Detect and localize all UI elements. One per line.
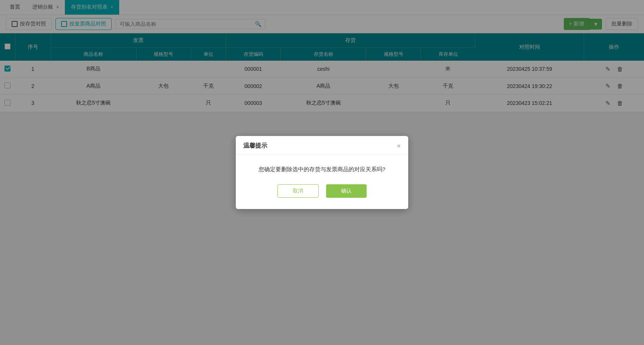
modal-overlay: 温馨提示 × 您确定要删除选中的存货与发票商品的对应关系吗? 取消 确认 [0,0,644,112]
